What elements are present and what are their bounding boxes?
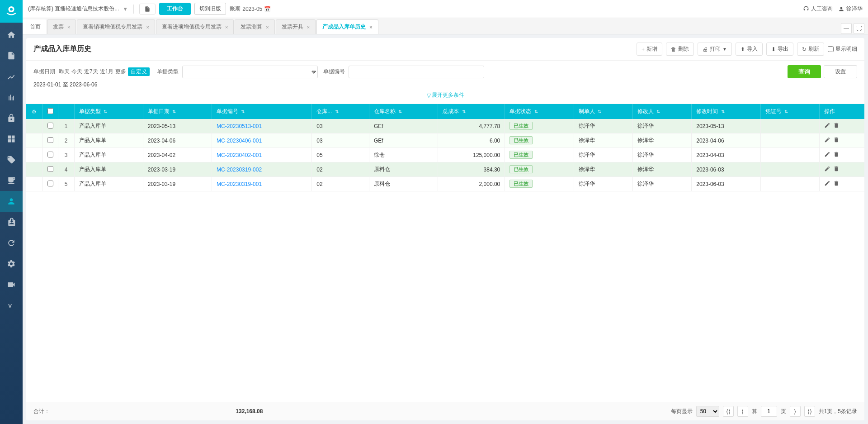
col-warehouse-name[interactable]: 仓库名称 ⇅ — [369, 104, 438, 119]
doc-btn[interactable] — [139, 4, 156, 14]
col-checkbox[interactable] — [42, 104, 58, 119]
row-checkbox-2[interactable] — [42, 148, 58, 162]
title-dropdown-icon[interactable]: ▼ — [123, 6, 128, 12]
row-number-link-1[interactable]: MC-20230406-001 — [217, 138, 262, 144]
tab-invoice-open-close[interactable]: × — [307, 24, 310, 30]
sidebar-item-home[interactable] — [0, 24, 23, 45]
new-btn[interactable]: + 新增 — [637, 43, 662, 56]
row-edit-btn-0[interactable] — [824, 122, 830, 130]
row-number-link-4[interactable]: MC-20230319-001 — [217, 181, 262, 187]
tab-check-purchase[interactable]: 查看进项增值税专用发票 × — [156, 19, 234, 34]
tab-invoice-calc-close[interactable]: × — [266, 24, 269, 30]
row-select-1[interactable] — [47, 137, 53, 143]
page-size-select[interactable]: 50 100 200 — [696, 406, 719, 417]
row-number-link-0[interactable]: MC-20230513-001 — [217, 123, 262, 129]
row-checkbox-0[interactable] — [42, 119, 58, 133]
row-delete-btn-3[interactable] — [833, 166, 840, 173]
type-filter-select[interactable] — [182, 66, 318, 78]
tab-check-purchase-close[interactable]: × — [225, 24, 228, 30]
export-btn[interactable]: ⬇ 导出 — [766, 43, 793, 56]
calendar-icon[interactable]: 📅 — [264, 6, 271, 12]
col-number[interactable]: 单据编号 ⇅ — [212, 104, 312, 119]
sidebar-item-doc[interactable] — [0, 45, 23, 66]
row-number-link-3[interactable]: MC-20230319-002 — [217, 167, 262, 173]
sidebar-item-badge[interactable] — [0, 212, 23, 233]
col-modifier[interactable]: 修改人 ⇅ — [632, 104, 691, 119]
import-btn[interactable]: ⬆ 导入 — [736, 43, 763, 56]
sidebar-item-settings[interactable] — [0, 253, 23, 274]
sidebar-item-grid[interactable] — [0, 129, 23, 149]
switch-btn[interactable]: 切到旧版 — [194, 3, 226, 15]
col-modify-time[interactable]: 修改时间 ⇅ — [692, 104, 760, 119]
date-yesterday[interactable]: 昨天 — [59, 68, 70, 76]
tab-check-sales-close[interactable]: × — [146, 24, 149, 30]
row-select-2[interactable] — [47, 152, 53, 157]
row-checkbox-3[interactable] — [42, 162, 58, 177]
tab-check-sales[interactable]: 查看销项增值税专用发票 × — [77, 19, 155, 34]
workbench-btn[interactable]: 工作台 — [159, 3, 191, 15]
date-custom[interactable]: 自定义 — [128, 67, 150, 76]
print-btn[interactable]: 🖨 打印 ▼ — [698, 43, 732, 56]
col-total-cost[interactable]: 总成本 ⇅ — [438, 104, 505, 119]
expand-filter-btn[interactable]: ▽ 展开更多条件 — [427, 91, 464, 99]
row-edit-btn-1[interactable] — [824, 137, 830, 144]
tab-maximize-btn[interactable]: ⛶ — [854, 23, 864, 34]
row-select-4[interactable] — [47, 181, 53, 186]
user-avatar-area[interactable]: 徐泽华 — [838, 5, 863, 13]
row-edit-btn-4[interactable] — [824, 180, 830, 188]
sidebar-item-video[interactable] — [0, 274, 23, 295]
col-type[interactable]: 单据类型 ⇅ — [74, 104, 143, 119]
tab-minimize-btn[interactable]: — — [841, 23, 852, 34]
row-select-0[interactable] — [47, 123, 53, 129]
date-7days[interactable]: 近7天 — [84, 68, 98, 76]
col-creator[interactable]: 制单人 ⇅ — [574, 104, 632, 119]
sidebar-item-warehouse[interactable] — [0, 170, 23, 191]
page-last-btn[interactable]: ⟩⟩ — [804, 406, 815, 417]
date-more[interactable]: 更多 — [115, 68, 126, 76]
sidebar-item-version[interactable]: V — [0, 295, 23, 316]
col-warehouse-code[interactable]: 仓库... ⇅ — [312, 104, 369, 119]
tab-invoice[interactable]: 发票 × — [47, 19, 76, 34]
sidebar-item-stats[interactable] — [0, 87, 23, 108]
reset-btn[interactable]: 设置 — [824, 65, 857, 78]
date-1month[interactable]: 近1月 — [100, 68, 114, 76]
col-settings[interactable]: ⚙ — [26, 104, 42, 119]
tab-product-inbound[interactable]: 产成品入库单历史 × — [316, 19, 378, 34]
sidebar-item-tag[interactable] — [0, 149, 23, 170]
row-delete-btn-4[interactable] — [833, 180, 840, 188]
page-number-input[interactable] — [761, 406, 777, 417]
select-all-checkbox[interactable] — [47, 108, 53, 114]
row-checkbox-4[interactable] — [42, 177, 58, 191]
row-checkbox-1[interactable] — [42, 133, 58, 148]
app-logo[interactable] — [0, 0, 23, 23]
row-edit-btn-3[interactable] — [824, 166, 830, 173]
row-number-link-2[interactable]: MC-20230402-001 — [217, 152, 262, 158]
user-service-btn[interactable]: 人工咨询 — [803, 5, 833, 13]
refresh-btn[interactable]: ↻ 刷新 — [797, 43, 824, 56]
col-status[interactable]: 单据状态 ⇅ — [505, 104, 574, 119]
tab-invoice-open[interactable]: 发票开具 × — [276, 19, 316, 34]
tab-invoice-calc[interactable]: 发票测算 × — [235, 19, 274, 34]
display-detail-checkbox[interactable] — [828, 46, 834, 52]
sidebar-item-refresh[interactable] — [0, 233, 23, 253]
number-filter-input[interactable] — [349, 66, 484, 78]
tab-product-inbound-close[interactable]: × — [369, 24, 372, 30]
sidebar-item-person[interactable] — [0, 191, 23, 212]
query-btn[interactable]: 查询 — [788, 65, 821, 78]
col-date[interactable]: 单据日期 ⇅ — [143, 104, 212, 119]
row-delete-btn-0[interactable] — [833, 122, 840, 130]
row-select-3[interactable] — [47, 166, 53, 172]
sidebar-item-chart[interactable] — [0, 66, 23, 87]
row-delete-btn-1[interactable] — [833, 137, 840, 144]
page-first-btn[interactable]: ⟨⟨ — [723, 406, 734, 417]
row-number-4[interactable]: MC-20230319-001 — [212, 177, 312, 191]
row-number-3[interactable]: MC-20230319-002 — [212, 162, 312, 177]
delete-btn[interactable]: 🗑 删除 — [666, 43, 694, 56]
row-delete-btn-2[interactable] — [833, 151, 840, 159]
row-edit-btn-2[interactable] — [824, 151, 830, 159]
tab-home[interactable]: 首页 — [23, 19, 46, 34]
page-next-btn[interactable]: ⟩ — [790, 406, 801, 417]
row-number-2[interactable]: MC-20230402-001 — [212, 148, 312, 162]
date-today[interactable]: 今天 — [71, 68, 82, 76]
col-voucher[interactable]: 凭证号 ⇅ — [760, 104, 819, 119]
